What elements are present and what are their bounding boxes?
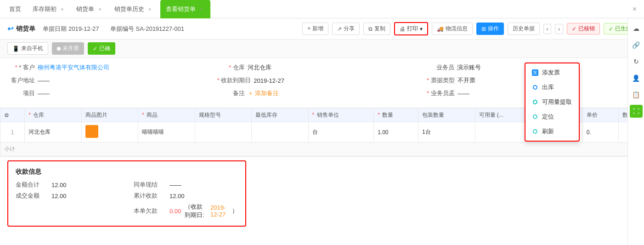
arrear-note: （收款到期日: [185, 203, 207, 219]
col-spec: 规格型号 [195, 108, 251, 122]
col-quantity: * 数量 [374, 108, 418, 122]
refresh-item[interactable]: 刷新 [525, 124, 579, 139]
payment-grid: 金额合计 12.00 同单现结 —— 成交金额 12.00 累计收款 12.00… [16, 181, 238, 219]
staff-value: 演示账号 [457, 63, 481, 72]
history-button[interactable]: 历史单据 [508, 23, 540, 35]
row-spec [195, 122, 251, 142]
tab-bar: 首页 库存期初 × 销货单 × 销货单历史 × 查看销货单 × × [0, 0, 644, 18]
link-icon[interactable]: 🔗 [630, 39, 643, 51]
arrear-end: ） [232, 207, 238, 215]
close-history-tab[interactable]: × [147, 6, 153, 12]
share-button[interactable]: ↗ 分享 [332, 23, 360, 35]
tab-sales[interactable]: 销货单 × [71, 0, 108, 18]
available-label: 可用量提取 [542, 98, 572, 106]
next-record[interactable]: › [555, 24, 563, 34]
user-icon[interactable]: 👤 [630, 72, 643, 85]
refresh-side-icon[interactable]: ↻ [630, 55, 643, 68]
row-num: 1 [0, 122, 25, 142]
available-icon [532, 99, 538, 105]
check-icon: ✓ [572, 26, 576, 32]
col-settings[interactable]: ⚙ [0, 108, 25, 122]
doc-header: ↩ 销货单 单据日期 2019-12-27 单据编号 SA-20191227-0… [0, 18, 644, 40]
close-inventory-tab[interactable]: × [59, 6, 65, 12]
arrear-row: 本单欠款 0.00 （收款到期日: 2019-12-27 ） [134, 203, 238, 219]
cumulative-row: 累计收款 12.00 [134, 192, 238, 200]
available-extract-item[interactable]: 可用量提取 [525, 95, 579, 109]
prev-record[interactable]: ‹ [543, 24, 552, 34]
close-sales-tab[interactable]: × [97, 6, 102, 12]
new-button[interactable]: + 新增 [302, 23, 328, 35]
add-note-button[interactable]: ＋ 添加备注 [248, 89, 279, 97]
add-invoice-label: 添发票 [542, 68, 560, 77]
print-button[interactable]: 🖨 打印 ▾ [394, 22, 428, 35]
address-value: —— [38, 77, 50, 84]
confirm-button[interactable]: ✓ 已确 [88, 42, 115, 55]
col-unit: * 销售单位 [308, 108, 374, 122]
product-image [85, 125, 98, 138]
from-phone-button[interactable]: 📱 来自手机 [7, 42, 48, 55]
close-view-sales-tab[interactable]: × [198, 6, 204, 12]
doc-meta: 单据日期 2019-12-27 单据编号 SA-20191227-001 [43, 25, 295, 33]
doc-actions: + 新增 ↗ 分享 ⧉ 复制 🖨 打印 ▾ 🚚 物流信息 ⊞ 操作 [302, 22, 637, 35]
toolbar: 📱 来自手机 未开票 ✓ 已确 [0, 40, 644, 58]
warehouse-field: * 仓库 河北仓库 [217, 63, 427, 72]
truck-icon: 🚚 [437, 26, 444, 32]
deal-label: 成交金额 [16, 192, 48, 200]
doc-icon: ↩ [7, 24, 13, 33]
phone-icon: 📱 [12, 46, 19, 52]
operate-button[interactable]: ⊞ 操作 [476, 23, 504, 35]
add-invoice-icon: 发 [532, 69, 538, 76]
invoice-label: * 票据类型 [427, 76, 455, 85]
date-label: 单据日期 2019-12-27 [43, 25, 99, 33]
plus-icon: ＋ [248, 89, 254, 97]
customer-field: * * 客户 柳州粤港平安气体有限公司 [7, 63, 217, 72]
tab-view-sales[interactable]: 查看销货单 × [160, 0, 210, 18]
row-unit: 台 [308, 122, 374, 142]
clipboard-icon[interactable]: 📋 [630, 88, 643, 101]
total-row: 金额合计 12.00 [16, 181, 120, 189]
close-all-tabs[interactable]: × [629, 3, 640, 15]
row-min-stock [252, 122, 308, 142]
logistics-button[interactable]: 🚚 物流信息 [432, 23, 473, 35]
locate-item[interactable]: 定位 [525, 109, 579, 124]
print-icon: 🖨 [400, 26, 405, 32]
col-min-stock: 最低库存 [252, 108, 308, 122]
cloud-icon[interactable]: ☁ [630, 22, 643, 35]
staff-label: 业务员 [427, 63, 454, 72]
warehouse-label: * 仓库 [217, 63, 245, 72]
warehouse-value: 河北仓库 [248, 63, 271, 72]
invoice-value: 不开票 [458, 76, 475, 85]
arrear-date: 2019-12-27 [210, 204, 228, 218]
right-panel: ☁ 🔗 ↻ 👤 📋 ⛶ [627, 18, 644, 245]
subtotal-row: 小计 [0, 142, 644, 156]
doc-title-area: ↩ 销货单 [7, 24, 35, 33]
address-label: 客户地址 [7, 76, 35, 85]
copy-button[interactable]: ⧉ 复制 [363, 23, 390, 35]
total-label: 金额合计 [16, 181, 48, 189]
same-order-label: 同单现结 [134, 181, 166, 189]
outbound-item[interactable]: 出库 [525, 80, 579, 95]
check-icon-2: ✓ [609, 26, 613, 32]
tab-home[interactable]: 首页 [4, 0, 27, 18]
tab-inventory[interactable]: 库存期初 × [27, 0, 71, 18]
customer-value[interactable]: 柳州粤港平安气体有限公司 [38, 63, 109, 72]
add-invoice-item[interactable]: 发 添发票 [525, 65, 579, 80]
row-warehouse: 河北仓库 [25, 122, 81, 142]
code-label: 单据编号 SA-20191227-001 [110, 25, 185, 33]
deal-row: 成交金额 12.00 [16, 192, 120, 200]
address-field: 客户地址 —— [7, 76, 217, 85]
tab-sales-history[interactable]: 销货单历史 × [109, 0, 158, 18]
cumulative-label: 累计收款 [134, 192, 166, 200]
staff-name-label: * 业务员孟 [427, 89, 455, 97]
outbound-label: 出库 [542, 83, 554, 91]
staff-name-value: —— [458, 90, 469, 97]
expand-icon[interactable]: ⛶ [630, 105, 643, 118]
not-open-button[interactable]: 未开票 [52, 42, 84, 55]
row-product: 嘻嘻嘻嘻 [138, 122, 195, 142]
row-quantity: 1.00 [374, 122, 418, 142]
due-date-label: * 收款到期日 [217, 76, 251, 85]
same-order-row: 同单现结 —— [134, 181, 238, 189]
project-value: —— [38, 90, 50, 97]
cancel-badge[interactable]: ✓ 已核销 [567, 23, 600, 34]
col-pkg-qty: 包装数量 [418, 108, 475, 122]
